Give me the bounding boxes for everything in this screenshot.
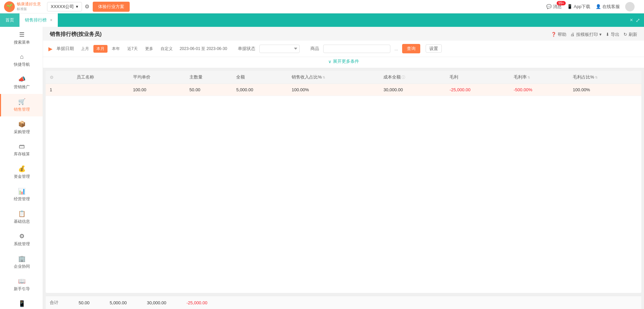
sidebar-item-label: 库存核算: [14, 151, 30, 157]
col-profit-pct: 毛利占比%⇅: [569, 71, 641, 84]
content-area: 销售排行榜(按业务员) ❓ 帮助 🖨 按模板打印 ▾ ⬇ 导出 ↻ 刷新: [43, 27, 644, 309]
inventory-icon: 🗃: [19, 143, 25, 150]
close-tab-icon[interactable]: ×: [630, 17, 633, 23]
export-button[interactable]: ⬇ 导出: [606, 32, 619, 38]
sidebar-item-system[interactable]: ⚙ 系统管理: [0, 228, 43, 251]
col-sales-pct: 销售收入占比%⇅: [288, 71, 379, 84]
footer-qty: 50.00: [79, 300, 90, 305]
sidebar-item-label: 快捷导航: [14, 62, 30, 67]
footer-amount: 5,000.00: [110, 300, 127, 305]
col-profit: 毛利: [445, 71, 510, 84]
logo-sub: 标准版: [17, 7, 41, 11]
date-range-display: 2023-06-01 至 2023-06-30: [180, 46, 227, 52]
settings-filter-btn[interactable]: 设置: [426, 46, 442, 52]
settings-icon[interactable]: ⚙: [85, 3, 89, 10]
custom-btn[interactable]: 自定义: [158, 45, 176, 53]
company-selector[interactable]: XXXXX公司 ▾: [47, 2, 82, 11]
current-year-btn[interactable]: 本年: [109, 45, 123, 53]
sidebar-item-inventory[interactable]: 🗃 库存核算: [0, 139, 43, 161]
trial-button[interactable]: 体验行业方案: [93, 2, 130, 12]
sidebar-item-label: 采购管理: [14, 129, 30, 135]
enterprise-icon: 🏢: [18, 255, 26, 262]
sidebar-item-app[interactable]: 📱 应用中心: [0, 296, 43, 309]
top-bar: 🌱 畅康通好生意 标准版 XXXXX公司 ▾ ⚙ 体验行业方案 💬 消息 99+…: [0, 0, 644, 13]
cost-info-icon[interactable]: ⓘ: [401, 75, 405, 79]
app-icon: 📱: [567, 4, 572, 9]
chevron-down-icon: ▾: [76, 4, 78, 9]
purchase-icon: 📦: [18, 120, 26, 128]
page-actions: ❓ 帮助 🖨 按模板打印 ▾ ⬇ 导出 ↻ 刷新: [551, 32, 637, 38]
maximize-icon[interactable]: ⤢: [636, 17, 640, 23]
cell-profit-rate: -500.00%: [510, 84, 569, 96]
sort-icon[interactable]: ⇅: [323, 75, 325, 79]
cell-sales-pct: 100.00%: [288, 84, 379, 96]
col-settings[interactable]: ⚙: [46, 71, 73, 84]
more-dots[interactable]: ...: [394, 46, 398, 51]
cell-qty: 50.00: [185, 84, 232, 96]
current-month-btn[interactable]: 本月: [93, 45, 108, 53]
cell-profit: -25,000.00: [445, 84, 510, 96]
table-row: 1 100.00 50.00 5,000.00 100.00% 30,000.0…: [46, 84, 641, 96]
goods-input[interactable]: [323, 45, 390, 53]
service-icon: 👤: [596, 4, 601, 9]
message-button[interactable]: 💬 消息 99+: [546, 4, 562, 10]
operations-icon: 📊: [18, 188, 26, 195]
col-amount: 全额: [232, 71, 288, 84]
search-icon: ☰: [19, 31, 25, 38]
column-settings-icon[interactable]: ⚙: [50, 75, 54, 80]
logo-icon: 🌱: [4, 1, 15, 12]
sidebar-item-label: 营销推广: [14, 84, 30, 90]
sidebar-item-enterprise[interactable]: 🏢 企业协同: [0, 251, 43, 273]
more-btn[interactable]: 更多: [142, 45, 156, 53]
sidebar-item-purchase[interactable]: 📦 采购管理: [0, 116, 43, 139]
goods-label: 商品: [310, 46, 319, 52]
sidebar-item-basic-info[interactable]: 📋 基础信息: [0, 206, 43, 228]
sort-icon2[interactable]: ⇅: [527, 75, 530, 79]
sidebar-item-sales[interactable]: 🛒 销售管理: [0, 94, 43, 116]
sidebar-item-quicknav[interactable]: ⌂ 快捷导航: [0, 49, 43, 71]
sidebar-item-finance[interactable]: 💰 资金管理: [0, 161, 43, 184]
expand-btn[interactable]: ∨ 展开更多条件: [328, 58, 359, 64]
close-icon[interactable]: ×: [50, 18, 52, 22]
sidebar-item-marketing[interactable]: 📣 营销推广: [0, 71, 43, 94]
refresh-button[interactable]: ↻ 刷新: [624, 32, 637, 38]
cell-name: [73, 84, 129, 96]
sidebar-item-guide[interactable]: 📖 新手引导: [0, 273, 43, 296]
sidebar-item-label: 资金管理: [14, 174, 30, 179]
col-profit-rate: 毛利率⇅: [510, 71, 569, 84]
sidebar: ☰ 搜索菜单 ⌂ 快捷导航 📣 营销推广 🛒 销售管理 📦 采购管理 🗃 库存核…: [0, 27, 43, 309]
help-button[interactable]: ❓ 帮助: [551, 32, 566, 38]
expand-conditions-bar: ∨ 展开更多条件: [43, 57, 644, 68]
chevron-down-icon: ∨: [328, 59, 332, 64]
nav-tabs: 首页 销售排行榜 × × ⤢: [0, 13, 644, 27]
top-right-actions: 💬 消息 99+ 📱 App下载 👤 在线客服: [546, 2, 640, 11]
cell-amount: 5,000.00: [232, 84, 288, 96]
filter-arrow-icon[interactable]: ▶: [48, 46, 52, 52]
cell-avg-price: 100.00: [129, 84, 185, 96]
sidebar-item-label: 基础信息: [14, 219, 30, 224]
sidebar-item-label: 新手引导: [14, 286, 30, 292]
guide-icon: 📖: [18, 277, 26, 285]
avatar[interactable]: [625, 2, 635, 11]
sidebar-item-search[interactable]: ☰ 搜索菜单: [0, 27, 43, 49]
megaphone-icon: 📣: [18, 75, 26, 83]
online-service-button[interactable]: 👤 在线客服: [596, 4, 620, 10]
app-download-button[interactable]: 📱 App下载: [567, 4, 590, 10]
logo-text: 畅康通好生意: [17, 2, 41, 6]
print-button[interactable]: 🖨 按模板打印 ▾: [570, 32, 602, 38]
table-container: ⚙ 员工名称 平均单价 主数量 全额 销售收入占比%⇅ 成本全额ⓘ 毛利 毛利率…: [46, 71, 641, 293]
last7-btn[interactable]: 近7天: [124, 45, 141, 53]
col-name: 员工名称: [73, 71, 129, 84]
col-avg-price: 平均单价: [129, 71, 185, 84]
last-month-btn[interactable]: 上月: [78, 45, 92, 53]
print-chevron-icon: ▾: [599, 32, 602, 37]
sidebar-item-operations[interactable]: 📊 经营管理: [0, 184, 43, 206]
refresh-icon: ↻: [624, 32, 627, 37]
tab-home[interactable]: 首页: [0, 13, 19, 27]
tab-sales-ranking[interactable]: 销售排行榜 ×: [19, 13, 58, 27]
query-button[interactable]: 查询: [402, 44, 420, 53]
status-select[interactable]: [259, 45, 300, 53]
cell-profit-pct: 100.00%: [569, 84, 641, 96]
sort-icon3[interactable]: ⇅: [595, 75, 598, 79]
sidebar-item-label: 销售管理: [14, 107, 30, 112]
